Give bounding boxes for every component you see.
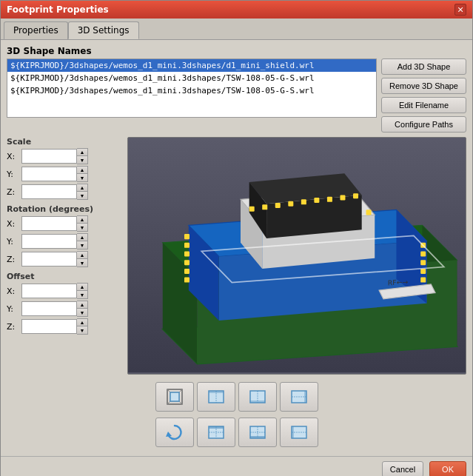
scale-z-input[interactable]: 0.3937 <box>21 184 77 199</box>
svg-rect-16 <box>184 234 189 239</box>
rotation-label: Rotation (degrees) <box>7 204 121 214</box>
left-panel: Scale X: 0.3937 ▲ ▼ Y: <box>7 137 121 375</box>
front-view-button[interactable] <box>197 382 235 412</box>
rotation-z-row: Z: 90.00 ▲ ▼ <box>7 251 121 267</box>
offset-y-up[interactable]: ▲ <box>77 301 87 309</box>
toolbar-area <box>7 379 466 450</box>
rotation-y-row: Y: 180.00 ▲ ▼ <box>7 233 121 249</box>
svg-rect-31 <box>366 209 372 215</box>
3d-viewport[interactable]: RF←→ <box>127 137 466 375</box>
scale-group: Scale X: 0.3937 ▲ ▼ Y: <box>7 137 121 200</box>
svg-rect-20 <box>184 269 189 274</box>
offset-z-spinner: 5.1000 ▲ ▼ <box>21 318 88 335</box>
rotation-x-row: X: 0.00 ▲ ▼ <box>7 215 121 232</box>
offset-z-label: Z: <box>7 322 19 332</box>
svg-rect-21 <box>184 278 189 283</box>
refresh-icon <box>164 422 185 443</box>
scale-z-down[interactable]: ▼ <box>77 192 87 199</box>
shape-list-item[interactable]: ${KIPRJMOD}/3dshapes/wemos_d1_mini.3dsha… <box>7 59 376 72</box>
offset-y-down[interactable]: ▼ <box>77 309 87 316</box>
scale-y-row: Y: 0.3937 ▲ ▼ <box>7 166 121 182</box>
rotation-z-up[interactable]: ▲ <box>77 252 87 259</box>
edit-filename-button[interactable]: Edit Filename <box>381 97 466 113</box>
perspective-view-button[interactable] <box>155 382 194 412</box>
remove-3d-shape-button[interactable]: Remove 3D Shape <box>381 78 466 94</box>
cancel-button[interactable]: Cancel <box>382 461 423 476</box>
svg-text:RF←→: RF←→ <box>388 278 409 286</box>
svg-rect-35 <box>420 269 426 274</box>
left-view-icon <box>289 422 309 443</box>
tab-3d-settings[interactable]: 3D Settings <box>68 21 139 39</box>
perspective-view-icon <box>164 386 185 407</box>
close-button[interactable]: ✕ <box>454 4 466 16</box>
rotation-z-down[interactable]: ▼ <box>77 259 87 267</box>
scale-y-down[interactable]: ▼ <box>77 174 87 181</box>
offset-z-input[interactable]: 5.1000 <box>21 319 77 334</box>
scale-x-label: X: <box>7 152 19 161</box>
rotation-x-down[interactable]: ▼ <box>77 224 87 231</box>
rotation-y-down[interactable]: ▼ <box>77 241 87 249</box>
svg-rect-36 <box>420 278 426 283</box>
left-view-button[interactable] <box>280 418 318 447</box>
offset-x-up[interactable]: ▲ <box>77 284 87 291</box>
svg-rect-24 <box>275 203 281 208</box>
top-view-button[interactable] <box>197 418 235 447</box>
main-area: Scale X: 0.3937 ▲ ▼ Y: <box>7 137 466 375</box>
offset-x-down[interactable]: ▼ <box>77 291 87 298</box>
svg-rect-22 <box>249 207 255 212</box>
scale-z-up[interactable]: ▲ <box>77 184 87 192</box>
rotation-y-input[interactable]: 180.00 <box>21 234 77 249</box>
offset-z-down[interactable]: ▼ <box>77 326 87 334</box>
right-view-icon <box>289 386 309 407</box>
scale-y-up[interactable]: ▲ <box>77 167 87 174</box>
offset-z-row: Z: 5.1000 ▲ ▼ <box>7 318 121 335</box>
svg-rect-23 <box>262 204 267 209</box>
main-content: 3D Shape Names ${KIPRJMOD}/3dshapes/wemo… <box>1 40 472 456</box>
rotation-x-label: X: <box>7 219 19 229</box>
scale-y-label: Y: <box>7 170 19 179</box>
ok-button[interactable]: OK <box>429 461 466 476</box>
svg-rect-27 <box>314 198 319 203</box>
refresh-button[interactable] <box>155 418 194 447</box>
shape-list[interactable]: ${KIPRJMOD}/3dshapes/wemos_d1_mini.3dsha… <box>7 58 377 118</box>
rotation-y-spinner: 180.00 ▲ ▼ <box>21 233 88 249</box>
svg-rect-18 <box>184 251 189 256</box>
offset-x-input[interactable]: -17.9000 <box>21 284 77 298</box>
svg-rect-33 <box>420 251 426 256</box>
shape-list-item[interactable]: ${KIPRJMOD}/3dshapes/wemos_d1_mini.3dsha… <box>7 84 376 97</box>
toolbar-row-2 <box>7 415 466 450</box>
svg-rect-30 <box>353 193 358 198</box>
title-bar: Footprint Properties ✕ <box>1 1 472 19</box>
offset-label: Offset <box>7 272 121 281</box>
scale-y-input[interactable]: 0.3937 <box>21 167 77 181</box>
front-view-icon <box>206 386 227 407</box>
offset-x-label: X: <box>7 286 19 296</box>
shape-buttons: Add 3D Shape Remove 3D Shape Edit Filena… <box>381 58 466 133</box>
shape-list-item[interactable]: ${KIPRJMOD}/3dshapes/wemos_d1_mini.3dsha… <box>7 72 376 84</box>
add-3d-shape-button[interactable]: Add 3D Shape <box>381 58 466 75</box>
svg-rect-29 <box>340 195 345 200</box>
rotation-y-up[interactable]: ▲ <box>77 234 87 241</box>
scale-z-spinner: 0.3937 ▲ ▼ <box>21 184 88 200</box>
rotation-z-label: Z: <box>7 255 19 264</box>
right-view-button[interactable] <box>280 382 318 412</box>
rotation-x-input[interactable]: 0.00 <box>21 216 77 231</box>
rotation-z-input[interactable]: 90.00 <box>21 252 77 267</box>
rotation-x-up[interactable]: ▲ <box>77 216 87 224</box>
offset-z-up[interactable]: ▲ <box>77 319 87 326</box>
scale-x-down[interactable]: ▼ <box>77 156 87 164</box>
scale-z-label: Z: <box>7 187 19 197</box>
dialog-footer: Cancel OK <box>1 456 472 476</box>
offset-y-input[interactable]: -12.8000 <box>21 301 77 316</box>
scale-x-input[interactable]: 0.3937 <box>21 149 77 164</box>
scale-x-row: X: 0.3937 ▲ ▼ <box>7 148 121 164</box>
rotation-y-label: Y: <box>7 237 19 247</box>
tab-properties[interactable]: Properties <box>4 21 68 39</box>
scale-x-up[interactable]: ▲ <box>77 149 87 156</box>
back-view-button[interactable] <box>238 382 277 412</box>
bottom-view-button[interactable] <box>238 418 277 447</box>
offset-y-spinner: -12.8000 ▲ ▼ <box>21 301 88 317</box>
offset-x-row: X: -17.9000 ▲ ▼ <box>7 283 121 299</box>
configure-paths-button[interactable]: Configure Paths <box>381 116 466 133</box>
rotation-x-spinner: 0.00 ▲ ▼ <box>21 215 88 232</box>
